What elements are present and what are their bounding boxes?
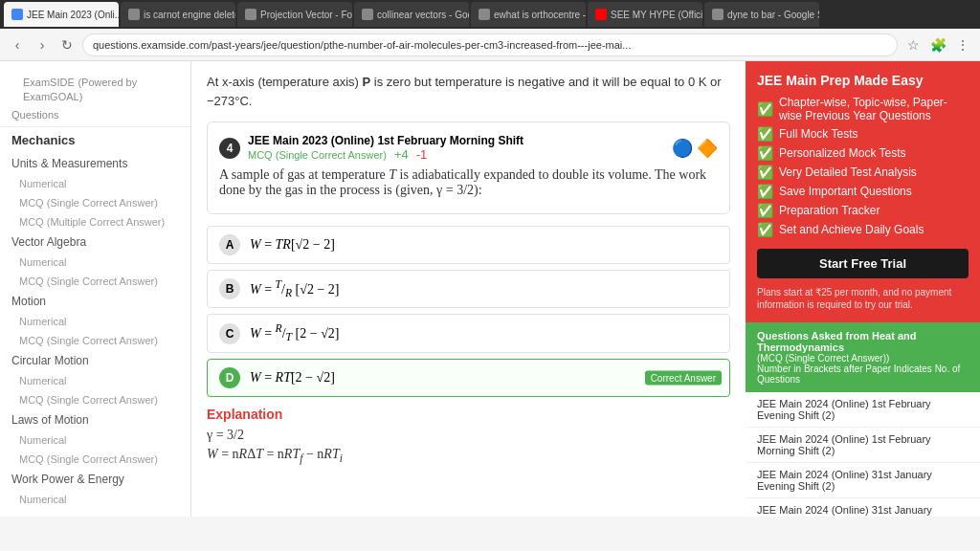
reload-button[interactable]: ↻	[57, 35, 77, 55]
sidebar-item-mcq-single-3[interactable]: MCQ (Single Correct Answer)	[0, 331, 190, 350]
check-icon-6: ✅	[757, 203, 773, 218]
sidebar-item-numerical-3[interactable]: Numerical	[0, 312, 190, 331]
question-type: MCQ (Single Correct Answer)	[248, 149, 387, 161]
sidebar-item-mcq-multi-1[interactable]: MCQ (Multiple Correct Answer)	[0, 212, 190, 231]
tab-6[interactable]: SEE MY HYPE (Official Vi...	[588, 2, 702, 27]
option-b[interactable]: B W = T/R [√2 − 2]	[207, 270, 730, 308]
check-icon-4: ✅	[757, 165, 773, 180]
work-equation: W = nRΔT = nRTf − nRTi	[207, 447, 730, 465]
sidebar-item-units[interactable]: Units & Measurements	[0, 153, 190, 174]
sidebar-item-laws[interactable]: Laws of Motion	[0, 409, 190, 430]
sidebar-item-mcq-single-1[interactable]: MCQ (Single Correct Answer)	[0, 193, 190, 212]
sidebar-section-mechanics: Mechanics	[0, 127, 190, 153]
address-bar[interactable]: questions.examside.com/past-years/jee/qu…	[82, 33, 898, 56]
sidebar-item-mcq-single-4[interactable]: MCQ (Single Correct Answer)	[0, 390, 190, 409]
tab-label-3: Projection Vector - Form...	[260, 10, 352, 20]
gamma-equation: γ = 3/2	[207, 428, 730, 443]
correct-badge: Correct Answer	[645, 370, 722, 385]
option-letter-d: D	[219, 367, 240, 388]
prep-item-3: ✅ Personalized Mock Tests	[757, 145, 969, 161]
question-number: 4	[219, 138, 240, 159]
sidebar-item-circular[interactable]: Circular Motion	[0, 350, 190, 371]
extensions-button[interactable]: 🧩	[928, 35, 947, 55]
sidebar-item-numerical-6[interactable]: Numerical	[0, 490, 190, 509]
sidebar-item-numerical-2[interactable]: Numerical	[0, 253, 190, 272]
option-text-b: W = T/R [√2 − 2]	[250, 278, 339, 299]
tab-favicon-7	[712, 9, 724, 20]
tab-favicon	[11, 9, 23, 20]
prep-item-4: ✅ Very Detailed Test Analysis	[757, 165, 969, 180]
sidebar-item-mcq-single-2[interactable]: MCQ (Single Correct Answer)	[0, 272, 190, 291]
tab-favicon-6	[595, 9, 607, 20]
check-icon-1: ✅	[757, 101, 773, 117]
forward-button[interactable]: ›	[33, 35, 52, 55]
address-bar-row: ‹ › ↻ questions.examside.com/past-years/…	[0, 29, 980, 61]
check-icon-5: ✅	[757, 184, 773, 199]
brand: ExamSIDE (Powered by ExamGOAL)	[11, 69, 179, 109]
prep-item-label-5: Save Important Questions	[779, 185, 912, 198]
sidebar-item-mcq-single-5[interactable]: MCQ (Single Correct Answer)	[0, 450, 190, 469]
menu-button[interactable]: ⋮	[953, 35, 972, 55]
sidebar-item-numerical-1[interactable]: Numerical	[0, 174, 190, 193]
prep-item-7: ✅ Set and Achieve Daily Goals	[757, 222, 969, 237]
tab-bar: JEE Main 2023 (Onli... is carnot engine …	[0, 0, 980, 29]
sidebar-item-work-power[interactable]: Work Power & Energy	[0, 469, 190, 490]
prep-item-label-6: Preparation Tracker	[779, 204, 880, 217]
tab-favicon-5	[479, 9, 490, 20]
question-body: A sample of gas at temperature T is adia…	[219, 167, 718, 198]
check-icon-3: ✅	[757, 145, 773, 161]
sidebar-item-numerical-4[interactable]: Numerical	[0, 371, 190, 390]
option-letter-c: C	[219, 323, 240, 344]
option-d[interactable]: D W = RT[2 − √2] Correct Answer	[207, 359, 730, 397]
check-icon-2: ✅	[757, 126, 773, 142]
sidebar-item-motion[interactable]: Motion	[0, 291, 190, 312]
prep-item-label-2: Full Mock Tests	[779, 127, 858, 141]
question-link-3[interactable]: JEE Main 2024 (Online) 31st January Even…	[746, 463, 980, 498]
tab-5[interactable]: ewhat is orthocentre - G...	[471, 2, 586, 27]
prep-item-6: ✅ Preparation Tracker	[757, 203, 969, 218]
sidebar: ExamSIDE (Powered by ExamGOAL) Questions…	[0, 61, 191, 517]
tab-label-7: dyne to bar - Google Sea...	[727, 10, 819, 20]
option-text-d: W = RT[2 − √2]	[250, 370, 335, 386]
explanation-label: Explanation	[207, 407, 730, 422]
back-button[interactable]: ‹	[8, 35, 27, 55]
sidebar-item-vector[interactable]: Vector Algebra	[0, 231, 190, 253]
questions-section-note: Number in Brackets after Paper Indicates…	[757, 364, 969, 385]
tab-label-4: collinear vectors - Googl...	[377, 10, 469, 20]
tab-2[interactable]: is carnot engine deleted	[121, 2, 235, 27]
option-a[interactable]: A W = TR[√2 − 2]	[207, 226, 730, 264]
prep-item-label-4: Very Detailed Test Analysis	[779, 165, 917, 179]
icon-blue-circle: 🔵	[672, 138, 693, 159]
sidebar-item-numerical-5[interactable]: Numerical	[0, 430, 190, 450]
main-layout: ExamSIDE (Powered by ExamGOAL) Questions…	[0, 61, 980, 517]
tab-label-2: is carnot engine deleted	[144, 10, 235, 20]
tab-favicon-4	[362, 9, 373, 20]
questions-from-section: Questions Asked from Heat and Thermodyna…	[746, 322, 980, 392]
tab-7[interactable]: dyne to bar - Google Sea...	[704, 2, 819, 27]
right-panel: JEE Main Prep Made Easy ✅ Chapter-wise, …	[746, 61, 980, 517]
start-free-trial-button[interactable]: Start Free Trial	[757, 249, 969, 278]
tab-favicon-2	[128, 9, 140, 20]
marks-positive: +4	[394, 147, 409, 162]
icon-yellow-triangle: 🔶	[697, 138, 718, 159]
question-link-1[interactable]: JEE Main 2024 (Online) 1st February Even…	[746, 392, 980, 428]
prep-item-1: ✅ Chapter-wise, Topic-wise, Paper-wise P…	[757, 96, 969, 122]
prep-title: JEE Main Prep Made Easy	[757, 73, 969, 88]
tab-3[interactable]: Projection Vector - Form...	[237, 2, 352, 27]
prep-item-label-1: Chapter-wise, Topic-wise, Paper-wise Pre…	[779, 96, 969, 122]
question-box: 4 JEE Main 2023 (Online) 1st February Mo…	[207, 121, 730, 214]
tab-active[interactable]: JEE Main 2023 (Onli...	[4, 2, 119, 27]
tab-label: JEE Main 2023 (Onli...	[27, 10, 119, 20]
question-link-2[interactable]: JEE Main 2024 (Online) 1st February Morn…	[746, 428, 980, 463]
question-link-4[interactable]: JEE Main 2024 (Online) 31st January Morn…	[746, 498, 980, 517]
content-area: At x-axis (temperature axis) P is zero b…	[191, 61, 746, 517]
option-c[interactable]: C W = R/T [2 − √2]	[207, 314, 730, 352]
option-text-c: W = R/T [2 − √2]	[250, 322, 339, 343]
option-text-a: W = TR[√2 − 2]	[250, 237, 335, 253]
tab-label-6: SEE MY HYPE (Official Vi...	[611, 10, 702, 20]
prep-card: JEE Main Prep Made Easy ✅ Chapter-wise, …	[746, 61, 980, 322]
sidebar-section-label: Questions	[11, 109, 179, 124]
check-icon-7: ✅	[757, 222, 773, 237]
tab-4[interactable]: collinear vectors - Googl...	[354, 2, 469, 27]
bookmark-button[interactable]: ☆	[903, 35, 923, 55]
